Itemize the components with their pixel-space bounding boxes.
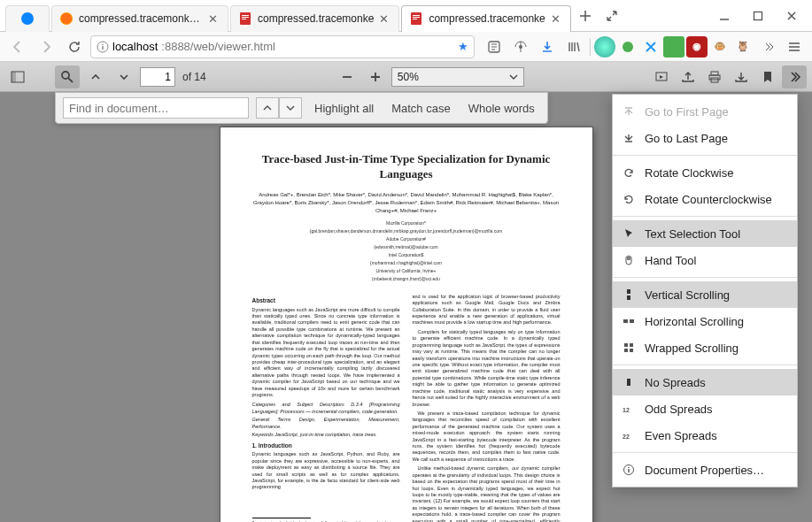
menu-last-page[interactable]: Go to Last Page [613, 125, 797, 151]
menu-text-selection[interactable]: Text Selection Tool [613, 220, 797, 247]
info-icon[interactable] [97, 41, 109, 53]
menu-button[interactable] [782, 35, 807, 59]
back-button[interactable] [5, 35, 30, 59]
menu-no-spreads[interactable]: No Spreads [613, 369, 797, 395]
general-terms-text: General Terms Design, Experimentation, M… [252, 417, 400, 430]
new-tab-button[interactable] [573, 4, 598, 28]
zoom-in-button[interactable] [363, 65, 388, 88]
svg-rect-21 [627, 289, 630, 294]
svg-point-12 [519, 45, 522, 49]
affiliation-email: {edwsmith,rreitmai}@adobe.com [252, 244, 561, 249]
close-icon[interactable]: ✕ [208, 12, 220, 25]
intro-heading: 1. Introduction [252, 442, 400, 450]
vscroll-icon [622, 288, 636, 302]
find-next-button[interactable] [279, 97, 302, 119]
toolbar-extensions: ◉ 🐵 🦉 [482, 35, 807, 59]
ext-icon[interactable] [594, 36, 615, 58]
ext-icon[interactable] [663, 36, 684, 58]
tab-pinned[interactable] [5, 5, 50, 32]
print-button[interactable] [702, 65, 727, 88]
menu-first-page: Go to First Page [613, 98, 797, 125]
url-rest: :8888/web/viewer.html [161, 40, 275, 53]
zoom-out-button[interactable] [335, 65, 360, 88]
url-bar[interactable]: localhost:8888/web/viewer.html ★ [90, 35, 475, 58]
ublock-icon[interactable]: ◉ [686, 36, 708, 58]
save-button[interactable] [729, 65, 754, 88]
presentation-button[interactable] [649, 65, 674, 88]
svg-rect-6 [413, 15, 420, 16]
expand-tabs-button[interactable] [599, 4, 624, 28]
prev-page-button[interactable] [83, 65, 108, 88]
ext-icon[interactable]: 🦉 [732, 36, 754, 58]
affiliation: Adobe Corporation# [252, 236, 561, 242]
menu-rotate-cw[interactable]: Rotate Clockwise [613, 159, 797, 186]
find-input[interactable] [63, 97, 249, 119]
odd-spread-icon: 12 [622, 402, 636, 416]
svg-rect-2 [242, 15, 249, 16]
whole-words-option[interactable]: Whole words [463, 98, 540, 119]
library-button[interactable] [561, 35, 586, 59]
page-number-input[interactable] [140, 67, 175, 87]
url-host: localhost [112, 40, 158, 53]
tab-3-active[interactable]: compressed.tracemonke ✕ [401, 5, 570, 32]
reader-button[interactable] [482, 35, 507, 59]
sidebar-toggle-button[interactable] [5, 65, 30, 88]
open-file-button[interactable] [676, 65, 700, 88]
tab-2[interactable]: compressed.tracemonke ✕ [230, 5, 399, 32]
menu-horizontal-scroll[interactable]: Horizontal Scrolling [613, 308, 797, 334]
svg-rect-22 [627, 296, 630, 300]
svg-rect-4 [242, 19, 246, 19]
ext-icon[interactable]: 🐵 [709, 36, 731, 58]
minimize-button[interactable] [709, 4, 739, 28]
ext-icon[interactable] [617, 36, 638, 58]
download-button[interactable] [535, 35, 560, 59]
window-controls [709, 4, 807, 28]
close-icon[interactable]: ✕ [379, 12, 391, 25]
find-prev-button[interactable] [256, 97, 279, 119]
hscroll-icon [622, 314, 636, 328]
menu-vertical-scroll[interactable]: Vertical Scrolling [613, 281, 797, 308]
secondary-toolbar-button[interactable] [782, 65, 807, 88]
menu-label: Go to Last Page [645, 132, 728, 145]
body-text: Compilers for statically typed languages… [413, 329, 561, 408]
svg-rect-27 [624, 349, 628, 352]
next-page-button[interactable] [112, 65, 136, 88]
find-button[interactable] [55, 65, 80, 88]
zoom-select[interactable]: 50% [391, 67, 524, 87]
match-case-option[interactable]: Match case [386, 98, 455, 119]
url-input-spacer[interactable] [279, 40, 454, 53]
doc-title: Trace-based Just-in-Time Type Specializa… [252, 152, 561, 182]
menu-doc-properties[interactable]: Document Properties… [613, 457, 797, 483]
menu-label: Go to First Page [645, 105, 729, 119]
hand-icon [622, 253, 636, 267]
wscroll-icon [622, 341, 636, 355]
reload-button[interactable] [62, 35, 87, 59]
bookmark-button[interactable] [755, 65, 780, 88]
ext-icon[interactable] [640, 36, 661, 58]
tab-title: compressed.tracemonkey-pl [79, 12, 203, 25]
svg-rect-8 [413, 19, 417, 19]
highlight-all-option[interactable]: Highlight all [309, 98, 379, 119]
menu-hand-tool[interactable]: Hand Tool [613, 247, 797, 273]
close-icon[interactable]: ✕ [551, 12, 563, 25]
forward-button[interactable] [34, 35, 58, 59]
overflow-button[interactable] [755, 35, 780, 59]
menu-wrapped-scroll[interactable]: Wrapped Scrolling [613, 334, 797, 361]
svg-rect-24 [630, 319, 634, 323]
window-close-button[interactable] [777, 4, 807, 28]
tab-1[interactable]: compressed.tracemonkey-pl ✕ [51, 5, 228, 32]
blue-dot-icon [21, 12, 34, 25]
menu-odd-spreads[interactable]: 12 Odd Spreads [613, 395, 797, 422]
menu-label: Even Spreads [645, 429, 717, 442]
no-spread-icon [622, 375, 636, 389]
svg-rect-25 [624, 343, 628, 347]
dev-button[interactable] [508, 35, 533, 59]
svg-point-16 [62, 72, 69, 79]
menu-even-spreads[interactable]: 22 Even Spreads [613, 422, 797, 449]
menu-rotate-ccw[interactable]: Rotate Counterclockwise [613, 186, 797, 212]
maximize-button[interactable] [743, 4, 773, 28]
bookmark-star-icon[interactable]: ★ [458, 40, 468, 53]
affiliation-email: {mohammad.r.haghighat}@intel.com [252, 260, 561, 265]
pdf-page: Trace-based Just-in-Time Type Specializa… [220, 127, 592, 522]
info-icon [622, 463, 636, 477]
